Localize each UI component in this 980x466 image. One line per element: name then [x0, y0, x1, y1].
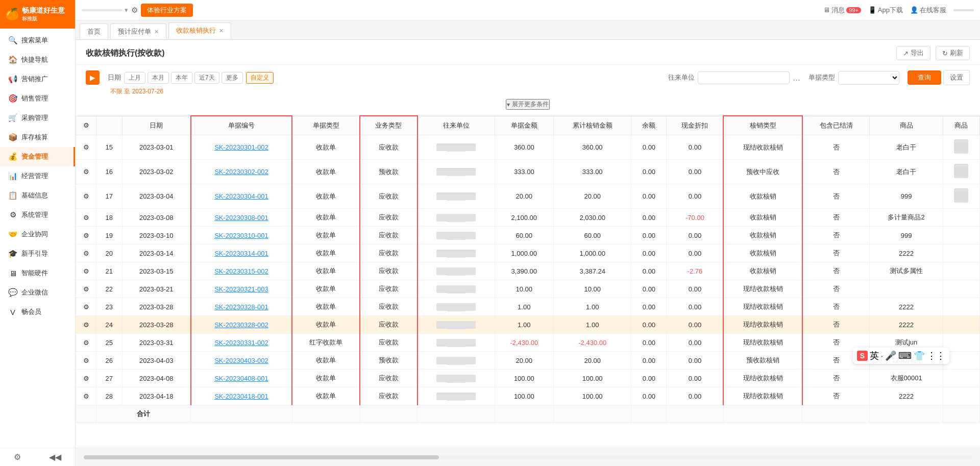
cell-bill_no[interactable]: SK-20230314-001 — [191, 244, 292, 262]
table-row[interactable]: ⚙152023-03-01SK-20230301-002收款单应收款████36… — [76, 135, 980, 160]
cell-bill_no[interactable]: SK-20230328-002 — [191, 316, 292, 334]
sidebar-item-purchase[interactable]: 🛒采购管理 — [0, 108, 75, 128]
table-row[interactable]: ⚙182023-03-08SK-20230308-001收款单应收款████2,… — [76, 209, 980, 227]
cell-counterpart: ████ — [418, 227, 495, 244]
cell-bill_no[interactable]: SK-20230310-001 — [191, 227, 292, 244]
cell-offset_type: 收款核销 — [723, 209, 802, 227]
date-btn-近7天[interactable]: 近7天 — [194, 72, 219, 84]
sidebar-item-system[interactable]: ⚙系统管理 — [0, 205, 75, 225]
date-btn-本年[interactable]: 本年 — [171, 72, 192, 84]
table-row[interactable]: ⚙282023-04-18SK-20230418-001收款单应收款████10… — [76, 387, 980, 405]
table-row[interactable]: ⚙172023-03-04SK-20230304-001收款单应收款████20… — [76, 184, 980, 209]
table-row[interactable]: ⚙202023-03-14SK-20230314-001收款单应收款████1,… — [76, 244, 980, 262]
link-bill_no[interactable]: SK-20230302-002 — [214, 168, 268, 176]
table-row[interactable]: ⚙222023-03-21SK-20230321-003收款单应收款████10… — [76, 280, 980, 298]
link-bill_no[interactable]: SK-20230314-001 — [214, 250, 268, 257]
cell-bill_no[interactable]: SK-20230321-003 — [191, 280, 292, 298]
cell-bill_no[interactable]: SK-20230308-001 — [191, 209, 292, 227]
date-btn-更多[interactable]: 更多 — [222, 72, 243, 84]
link-bill_no[interactable]: SK-20230301-002 — [214, 143, 268, 151]
link-bill_no[interactable]: SK-20230304-001 — [214, 192, 268, 200]
date-custom-btn[interactable]: 自定义 — [246, 72, 274, 84]
filter-row: ▶ 日期 上月本月本年近7天更多 自定义 往来单位 ... 单据类型 查 — [86, 70, 970, 85]
link-bill_no[interactable]: SK-20230418-001 — [214, 393, 268, 400]
cell-bill_no[interactable]: SK-20230304-001 — [191, 184, 292, 209]
filter-dots[interactable]: ... — [793, 72, 800, 83]
link-bill_no[interactable]: SK-20230308-001 — [214, 214, 268, 222]
table-row[interactable]: ⚙252023-03-31SK-20230331-002红字收款单应收款████… — [76, 334, 980, 352]
table-row[interactable]: ⚙272023-04-08SK-20230408-001收款单应收款████10… — [76, 370, 980, 387]
cell-bill_amount: -2,430.00 — [495, 334, 553, 352]
tab-home[interactable]: 首页 — [80, 23, 108, 39]
cell-bill_no[interactable]: SK-20230331-002 — [191, 334, 292, 352]
notification-icon[interactable]: 🖥 消息 99+ — [823, 6, 861, 15]
settings-icon[interactable]: ⚙ — [14, 452, 21, 462]
sidebar-item-hardware[interactable]: 🖥智能硬件 — [0, 263, 75, 283]
sidebar-item-funds[interactable]: 💰资金管理 — [0, 147, 75, 166]
cell-product: 老白干 — [870, 160, 943, 184]
cell-bill_no[interactable]: SK-20230301-002 — [191, 135, 292, 160]
cell-bill_no[interactable]: SK-20230302-002 — [191, 160, 292, 184]
link-bill_no[interactable]: SK-20230310-001 — [214, 232, 268, 239]
sidebar-item-marketing[interactable]: 📢营销推广 — [0, 69, 75, 89]
tab-close-receipt-exec[interactable]: ✕ — [219, 28, 224, 34]
link-bill_no[interactable]: SK-20230328-001 — [214, 303, 268, 311]
industry-solution-btn[interactable]: 体验行业方案 — [141, 4, 193, 17]
table-row[interactable]: ⚙232023-03-28SK-20230328-001收款单应收款████1.… — [76, 298, 980, 316]
expand-conditions-btn[interactable]: ▾ 展开更多条件 — [506, 99, 550, 110]
sidebar-item-enterprise[interactable]: 🤝企业协同 — [0, 225, 75, 244]
cell-bill_no[interactable]: SK-20230403-002 — [191, 352, 292, 370]
query-btn[interactable]: 查询 — [908, 70, 941, 85]
sidebar-item-sales[interactable]: 🎯销售管理 — [0, 89, 75, 108]
filter-toggle-btn[interactable]: ▶ — [86, 70, 100, 85]
tab-receipt-exec[interactable]: 收款核销执行✕ — [168, 22, 231, 39]
table-row[interactable]: ⚙262023-04-03SK-20230403-002收款单预收款████20… — [76, 352, 980, 370]
sidebar-item-search[interactable]: 🔍搜索菜单 — [0, 31, 75, 50]
cell-date: 2023-04-03 — [122, 352, 191, 370]
cell-offset_type: 现结收款核销 — [723, 387, 802, 405]
cell-bill_no[interactable]: SK-20230418-001 — [191, 387, 292, 405]
cell-counterpart: ████ — [418, 244, 495, 262]
user-avatar[interactable] — [953, 9, 974, 11]
col-header-gear[interactable]: ⚙ — [76, 116, 96, 135]
table-row[interactable]: ⚙162023-03-02SK-20230302-002收款单预收款████33… — [76, 160, 980, 184]
link-bill_no[interactable]: SK-20230315-002 — [214, 267, 268, 275]
sidebar-item-quick-nav[interactable]: 🏠快捷导航 — [0, 50, 75, 69]
tab-prepay[interactable]: 预计应付单✕ — [110, 23, 166, 39]
date-btn-上月[interactable]: 上月 — [124, 72, 145, 84]
cell-cash_discount: 0.00 — [667, 298, 724, 316]
sidebar-item-guide[interactable]: 🎓新手引导 — [0, 244, 75, 263]
col-header-bill_amount: 单据金额 — [495, 116, 553, 135]
settings-btn[interactable]: 设置 — [943, 70, 970, 85]
link-bill_no[interactable]: SK-20230328-002 — [214, 321, 268, 329]
sidebar-item-inventory[interactable]: 📦库存核算 — [0, 128, 75, 147]
cell-bill_no[interactable]: SK-20230315-002 — [191, 262, 292, 280]
topbar-settings-icon[interactable]: ⚙ — [131, 6, 138, 15]
link-bill_no[interactable]: SK-20230408-001 — [214, 375, 268, 382]
date-btn-本月[interactable]: 本月 — [148, 72, 169, 84]
link-bill_no[interactable]: SK-20230403-002 — [214, 357, 268, 364]
tab-close-prepay[interactable]: ✕ — [154, 29, 159, 35]
sidebar-item-operations[interactable]: 📊经营管理 — [0, 166, 75, 186]
export-btn[interactable]: ↗ 导出 — [896, 46, 930, 60]
cell-bill_no[interactable]: SK-20230408-001 — [191, 370, 292, 387]
company-selector[interactable]: ▾ — [82, 6, 128, 14]
bill-type-select[interactable] — [838, 71, 899, 85]
table-row[interactable]: ⚙242023-03-28SK-20230328-002收款单应收款████1.… — [76, 316, 980, 334]
table-row[interactable]: ⚙212023-03-15SK-20230315-002收款单应收款████3,… — [76, 262, 980, 280]
collapse-icon[interactable]: ◀◀ — [49, 452, 61, 462]
online-service[interactable]: 👤 在线客服 — [910, 6, 946, 15]
cell-bill_no[interactable]: SK-20230328-001 — [191, 298, 292, 316]
table-row[interactable]: ⚙192023-03-10SK-20230310-001收款单应收款████60… — [76, 227, 980, 244]
refresh-btn[interactable]: ↻ 刷新 — [936, 46, 970, 60]
cell-product: 测试多属性 — [870, 262, 943, 280]
link-bill_no[interactable]: SK-20230321-003 — [214, 285, 268, 293]
cell-cash_discount: -2.76 — [667, 262, 724, 280]
sidebar-item-member[interactable]: V畅会员 — [0, 302, 75, 322]
counterpart-input[interactable] — [698, 71, 790, 84]
link-bill_no[interactable]: SK-20230331-002 — [214, 339, 268, 347]
app-download[interactable]: 📱 App下载 — [868, 6, 903, 15]
sidebar-item-wechat[interactable]: 💬企业微信 — [0, 283, 75, 302]
cell-product: 2222 — [870, 244, 943, 262]
sidebar-item-basic[interactable]: 📋基础信息 — [0, 186, 75, 205]
